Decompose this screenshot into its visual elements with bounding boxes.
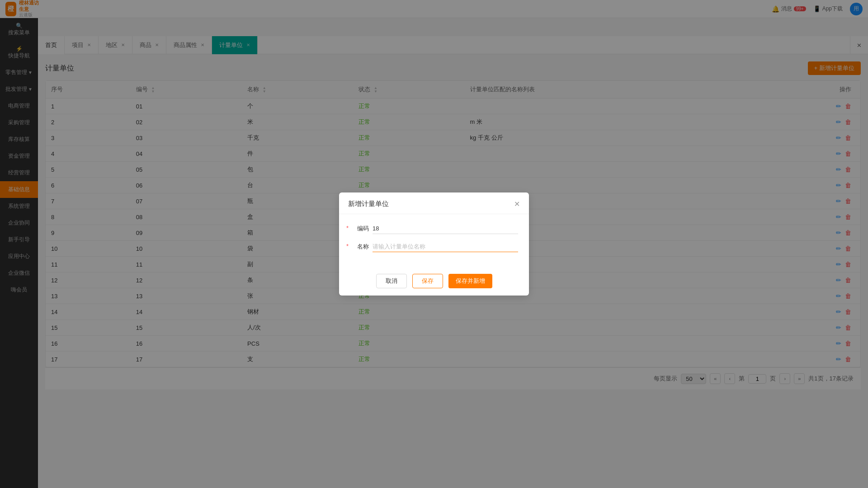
save-button[interactable]: 保存	[412, 274, 443, 288]
form-item-code: 编码	[350, 223, 518, 234]
modal-overlay[interactable]: 新增计量单位 ✕ 编码 名称 取消 保存 保存并新增	[0, 0, 868, 488]
modal-body: 编码 名称	[339, 214, 529, 268]
cancel-button[interactable]: 取消	[376, 274, 407, 288]
code-label: 编码	[350, 225, 373, 233]
modal-add-unit: 新增计量单位 ✕ 编码 名称 取消 保存 保存并新增	[339, 192, 529, 296]
form-item-name: 名称	[350, 241, 518, 252]
name-label: 名称	[350, 243, 373, 251]
modal-header: 新增计量单位 ✕	[339, 192, 529, 214]
modal-footer: 取消 保存 保存并新增	[339, 268, 529, 296]
name-input[interactable]	[373, 241, 518, 252]
modal-close-button[interactable]: ✕	[514, 201, 520, 208]
code-input[interactable]	[373, 223, 518, 234]
save-add-button[interactable]: 保存并新增	[448, 274, 492, 288]
modal-title: 新增计量单位	[348, 200, 389, 208]
